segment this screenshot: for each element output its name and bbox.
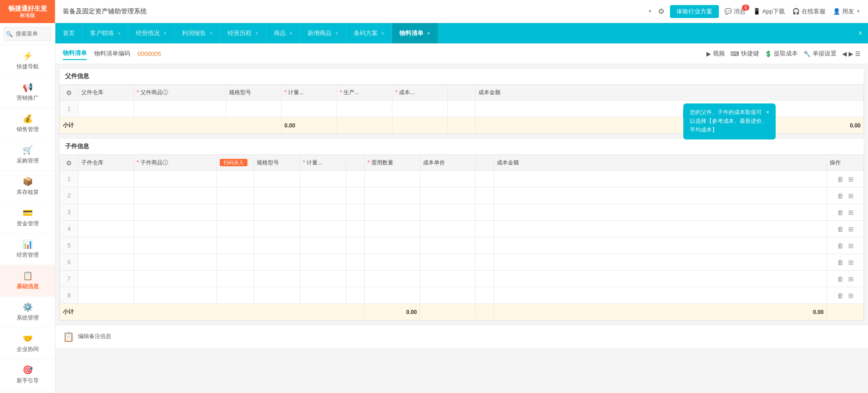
sub-tab-bom[interactable]: 物料清单 — [63, 47, 87, 60]
delete-icon-7[interactable]: 🗑 — [836, 274, 844, 284]
child-spec-8[interactable] — [254, 287, 300, 304]
child-unit-6[interactable] — [300, 254, 346, 271]
sidebar-item-quick-nav[interactable]: ⚡ 快捷导航 — [0, 45, 55, 77]
online-service-item[interactable]: 🎧 在线客服 — [792, 7, 826, 16]
child-goods-7[interactable] — [134, 271, 217, 287]
tab-new-goods-close[interactable]: × — [335, 30, 338, 36]
sidebar-item-enterprise[interactable]: 🤝 企业协同 — [0, 328, 55, 359]
child-qty-4[interactable] — [365, 221, 420, 237]
copy-icon-7[interactable]: ⊞ — [847, 274, 855, 284]
action-single-set[interactable]: 🔧 单据设置 — [803, 49, 837, 58]
tab-history-close[interactable]: × — [255, 30, 258, 36]
th-father-settings[interactable]: ⚙ — [60, 85, 78, 101]
message-item[interactable]: 💬 消息 6 — [724, 7, 746, 16]
action-shortcut[interactable]: ⌨ 快捷键 — [730, 49, 759, 58]
child-spec-1[interactable] — [254, 171, 300, 187]
delete-icon-3[interactable]: 🗑 — [836, 208, 844, 217]
child-unit-4[interactable] — [300, 221, 346, 237]
child-spec-4[interactable] — [254, 221, 300, 237]
delete-icon-4[interactable]: 🗑 — [836, 224, 844, 234]
child-qty-7[interactable] — [365, 271, 420, 287]
tab-home[interactable]: 首页 — [55, 23, 83, 43]
nav-prev-icon[interactable]: ◀ — [842, 50, 847, 57]
tab-bom[interactable]: 物料清单 × — [392, 23, 438, 43]
father-unit-cell[interactable] — [282, 101, 337, 117]
tab-profit[interactable]: 利润报告 × — [175, 23, 220, 43]
father-produce-cell[interactable] — [337, 101, 392, 117]
child-goods-6[interactable] — [134, 254, 217, 271]
tooltip-close-button[interactable]: × — [766, 108, 769, 117]
child-warehouse-8[interactable] — [78, 287, 134, 304]
action-view[interactable]: ▶ 视频 — [706, 49, 725, 58]
tab-history[interactable]: 经营历程 × — [220, 23, 266, 43]
child-goods-4[interactable] — [134, 221, 217, 237]
child-spec-6[interactable] — [254, 254, 300, 271]
delete-icon-6[interactable]: 🗑 — [836, 258, 844, 267]
child-goods-2[interactable] — [134, 187, 217, 204]
child-cost-8[interactable] — [420, 287, 476, 304]
nav-next-icon[interactable]: ▶ — [849, 50, 853, 57]
child-qty-2[interactable] — [365, 187, 420, 204]
sidebar-item-finance[interactable]: 💳 资金管理 — [0, 202, 55, 234]
child-unit-2[interactable] — [300, 187, 346, 204]
father-warehouse-cell[interactable] — [78, 101, 134, 117]
child-qty-1[interactable] — [365, 171, 420, 187]
tab-bom-close[interactable]: × — [427, 30, 430, 36]
sidebar-item-inventory[interactable]: 📦 库存核算 — [0, 171, 55, 202]
nav-close-all[interactable]: × — [853, 29, 868, 37]
system-dropdown-icon[interactable]: ▼ — [648, 9, 652, 14]
child-qty-5[interactable] — [365, 237, 420, 254]
tab-customer-close[interactable]: × — [118, 30, 121, 36]
child-warehouse-4[interactable] — [78, 221, 134, 237]
child-unit-3[interactable] — [300, 204, 346, 221]
child-unit-1[interactable] — [300, 171, 346, 187]
child-goods-3[interactable] — [134, 204, 217, 221]
child-cost-7[interactable] — [420, 271, 476, 287]
copy-icon-8[interactable]: ⊞ — [847, 291, 855, 300]
copy-icon-1[interactable]: ⊞ — [847, 175, 855, 184]
child-qty-3[interactable] — [365, 204, 420, 221]
child-goods-1[interactable] — [134, 171, 217, 187]
child-qty-6[interactable] — [365, 254, 420, 271]
nav-list-icon[interactable]: ☰ — [855, 50, 861, 57]
tab-customer[interactable]: 客户联络 × — [83, 23, 128, 43]
delete-icon-1[interactable]: 🗑 — [836, 175, 844, 184]
tab-new-goods[interactable]: 新增商品 × — [300, 23, 346, 43]
child-spec-2[interactable] — [254, 187, 300, 204]
child-warehouse-7[interactable] — [78, 271, 134, 287]
child-cost-5[interactable] — [420, 237, 476, 254]
child-unit-5[interactable] — [300, 237, 346, 254]
child-warehouse-3[interactable] — [78, 204, 134, 221]
child-spec-3[interactable] — [254, 204, 300, 221]
tab-goods[interactable]: 商品 × — [266, 23, 300, 43]
child-cost-1[interactable] — [420, 171, 476, 187]
child-warehouse-1[interactable] — [78, 171, 134, 187]
user-item[interactable]: 👤 用友 ▼ — [833, 7, 861, 16]
child-spec-7[interactable] — [254, 271, 300, 287]
delete-icon-5[interactable]: 🗑 — [836, 241, 844, 250]
child-cost-3[interactable] — [420, 204, 476, 221]
delete-icon-2[interactable]: 🗑 — [836, 191, 844, 200]
father-goods-cell[interactable] — [134, 101, 226, 117]
child-warehouse-5[interactable] — [78, 237, 134, 254]
app-download-item[interactable]: 📱 App下载 — [753, 7, 785, 16]
tab-barcode[interactable]: 条码方案 × — [346, 23, 392, 43]
child-unit-7[interactable] — [300, 271, 346, 287]
tab-profit-close[interactable]: × — [210, 30, 212, 36]
tab-barcode-close[interactable]: × — [381, 30, 384, 36]
scan-btn[interactable]: 扫码录入 — [220, 159, 247, 166]
child-goods-5[interactable] — [134, 237, 217, 254]
trial-button[interactable]: 体验行业方案 — [670, 5, 719, 18]
child-unit-8[interactable] — [300, 287, 346, 304]
sidebar-item-marketing[interactable]: 📢 营销推广 — [0, 77, 55, 108]
child-cost-2[interactable] — [420, 187, 476, 204]
sidebar-item-system[interactable]: ⚙️ 系统管理 — [0, 296, 55, 328]
sidebar-item-operations[interactable]: 📊 经营管理 — [0, 234, 55, 265]
copy-icon-4[interactable]: ⊞ — [847, 224, 855, 234]
tab-operation-close[interactable]: × — [163, 30, 166, 36]
sidebar-item-guide[interactable]: 🎯 新手引导 — [0, 359, 55, 391]
sidebar-item-sales[interactable]: 💰 销售管理 — [0, 108, 55, 139]
copy-icon-3[interactable]: ⊞ — [847, 208, 855, 217]
child-warehouse-6[interactable] — [78, 254, 134, 271]
tab-operation[interactable]: 经营情况 × — [128, 23, 174, 43]
